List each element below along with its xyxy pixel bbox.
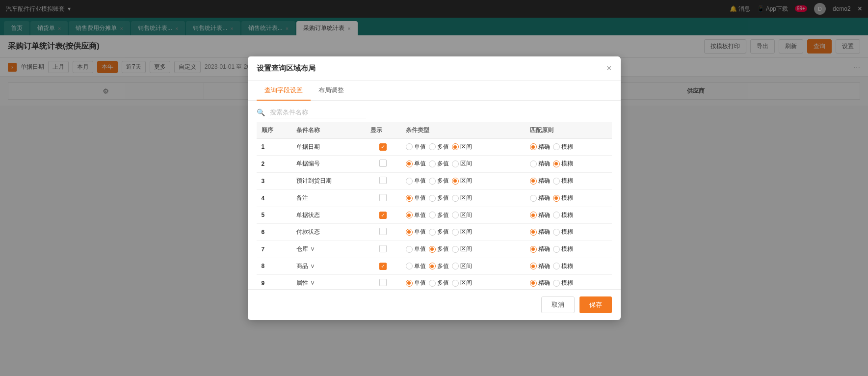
tab-layout-adjust[interactable]: 布局调整 bbox=[311, 81, 352, 101]
dialog-close-btn[interactable]: × bbox=[606, 63, 612, 74]
overlay: 设置查询区域布局 × 查询字段设置 布局调整 🔍 顺序 条件名称 显示 条件类型 bbox=[0, 0, 868, 106]
dialog-tabs: 查询字段设置 布局调整 bbox=[248, 81, 621, 101]
dialog-search-area: 🔍 bbox=[248, 101, 621, 106]
tab-field-settings[interactable]: 查询字段设置 bbox=[257, 81, 311, 101]
dialog: 设置查询区域布局 × 查询字段设置 布局调整 🔍 顺序 条件名称 显示 条件类型 bbox=[248, 56, 621, 106]
dialog-title: 设置查询区域布局 bbox=[257, 64, 316, 73]
dialog-header: 设置查询区域布局 × bbox=[248, 56, 621, 81]
